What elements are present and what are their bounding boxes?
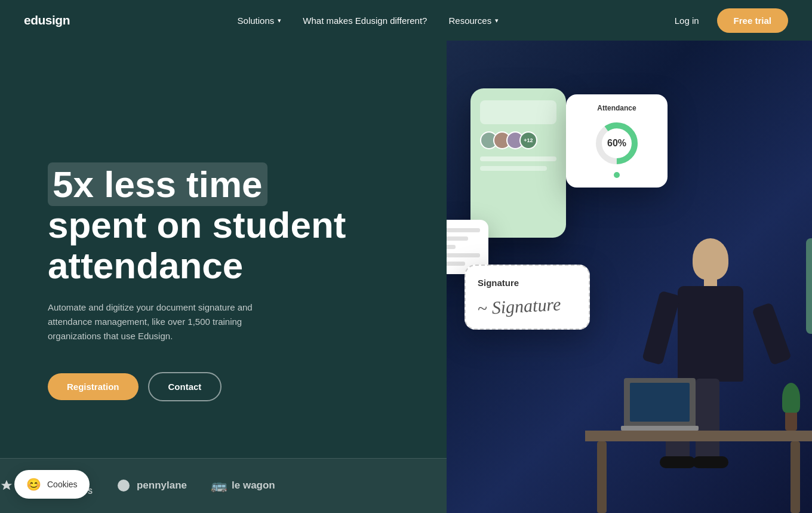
navbar: edusign Solutions ▾ What makes Edusign d… [0,0,812,41]
signature-card: Signature ~ Signature [465,265,590,330]
hero-buttons: Registration Contact [48,372,423,401]
pie-percent: 60% [607,138,626,149]
sig-wave: ~ Signature [477,294,561,318]
hero-left: 5x less time spent on student attendance… [0,41,447,513]
logo-lewagon: 🚌 le wagon [211,478,275,493]
nav-different[interactable]: What makes Edusign different? [294,11,435,30]
login-button[interactable]: Log in [666,11,708,30]
free-trial-button[interactable]: Free trial [717,8,788,33]
chevron-down-icon: ▾ [495,17,499,24]
cookies-icon: 😊 [26,477,41,492]
hero-subtext: Automate and digitize your document sign… [48,300,287,343]
logo-pennylane: pennylane [118,480,187,492]
hero-section: 5x less time spent on student attendance… [0,0,812,513]
mobile-green-card: +12 [470,88,566,238]
logo[interactable]: edusign [24,13,70,27]
pie-chart-card: Attendance 60% [566,94,668,188]
cookies-banner[interactable]: 😊 Cookies [14,470,90,499]
laptop-base [621,426,699,431]
contact-button[interactable]: Contact [148,372,222,401]
ui-cards-area: +12 Attendance 60% [447,88,685,423]
pie-card-title: Attendance [576,104,658,112]
avatar-row: +12 [470,131,566,156]
nav-resources[interactable]: Resources ▾ [440,11,507,30]
nav-solutions[interactable]: Solutions ▾ [229,11,290,30]
nav-links: Solutions ▾ What makes Edusign different… [229,11,508,30]
hero-right: +12 Attendance 60% [447,41,812,513]
plant [782,383,800,431]
sig-label: Signature [478,278,577,288]
desk-table [585,431,812,441]
pie-dot [614,172,620,178]
hero-headline: 5x less time spent on student attendance [48,164,423,287]
chevron-down-icon: ▾ [278,17,281,24]
cookies-label: Cookies [47,480,78,489]
registration-button[interactable]: Registration [48,373,139,400]
chair-back [806,238,812,334]
nav-right: Log in Free trial [666,8,788,33]
